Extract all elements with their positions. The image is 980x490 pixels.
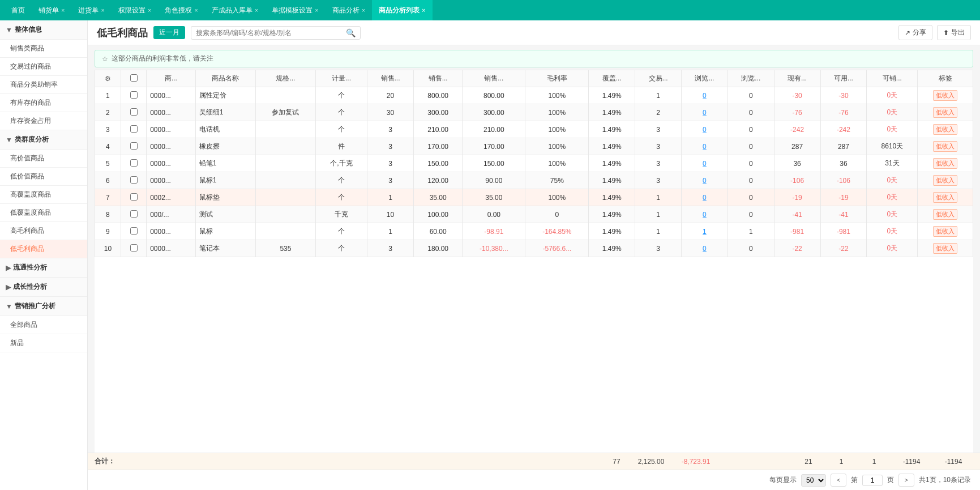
- row-views1[interactable]: 0: [682, 87, 728, 104]
- nav-role-close[interactable]: ×: [194, 7, 198, 14]
- sidebar-section-marketing[interactable]: ▼ 营销推广分析: [0, 297, 87, 316]
- filter-recent-month-button[interactable]: 近一月: [153, 26, 185, 39]
- sidebar-section-flow[interactable]: ▶ 流通性分析: [0, 258, 87, 278]
- sidebar-item-inventory-capital[interactable]: 库存资金占用: [0, 112, 87, 130]
- row-views1[interactable]: 0: [682, 138, 728, 155]
- nav-template[interactable]: 单据模板设置 ×: [265, 0, 325, 20]
- per-page-label: 每页显示: [769, 475, 797, 485]
- col-views1[interactable]: 浏览...: [682, 70, 728, 87]
- row-checkbox[interactable]: [121, 172, 146, 189]
- col-settings[interactable]: ⚙: [95, 70, 121, 87]
- nav-purchase-close[interactable]: ×: [101, 7, 104, 14]
- row-name[interactable]: 笔记本: [195, 240, 255, 257]
- search-input[interactable]: [196, 29, 346, 37]
- col-views2[interactable]: 浏览...: [727, 70, 774, 87]
- col-checkbox[interactable]: [121, 70, 146, 87]
- col-sales-price[interactable]: 销售...: [413, 70, 463, 87]
- col-code[interactable]: 商...: [147, 70, 196, 87]
- row-views1[interactable]: 0: [682, 206, 728, 223]
- sidebar-item-low-margin[interactable]: 低毛利商品: [0, 240, 87, 258]
- nav-goods-analysis-list-close[interactable]: ×: [422, 7, 425, 14]
- sidebar-item-traded-goods[interactable]: 交易过的商品: [0, 58, 87, 76]
- sidebar-item-low-coverage[interactable]: 低覆盖度商品: [0, 204, 87, 222]
- sidebar-item-low-value[interactable]: 低价值商品: [0, 168, 87, 186]
- sidebar-item-high-coverage[interactable]: 高覆盖度商品: [0, 186, 87, 204]
- row-checkbox[interactable]: [121, 155, 146, 172]
- row-views1[interactable]: 0: [682, 189, 728, 206]
- sidebar-item-new-goods[interactable]: 新品: [0, 334, 87, 352]
- nav-product-entry[interactable]: 产成品入库单 ×: [205, 0, 265, 20]
- nav-goods-analysis-list[interactable]: 商品分析列表 ×: [372, 0, 432, 20]
- sidebar-item-in-stock[interactable]: 有库存的商品: [0, 94, 87, 112]
- row-code: 0000...: [147, 138, 196, 155]
- nav-template-close[interactable]: ×: [315, 7, 318, 14]
- row-views1[interactable]: 0: [682, 104, 728, 121]
- nav-goods-analysis-close[interactable]: ×: [362, 7, 365, 14]
- next-page-button[interactable]: ＞: [898, 474, 914, 487]
- row-views1[interactable]: 0: [682, 240, 728, 257]
- col-tag[interactable]: 标签: [918, 70, 973, 87]
- row-name[interactable]: 鼠标: [195, 223, 255, 240]
- col-sales-amount[interactable]: 销售...: [463, 70, 525, 87]
- table-container: ⚙ 商... 商品名称 规格... 计量... 销售... 销售... 销售..…: [95, 70, 973, 453]
- per-page-select[interactable]: 50: [801, 474, 826, 487]
- table-row: 5 0000... 铅笔1 个,千克 3 150.00 150.00 100% …: [95, 155, 973, 172]
- select-all-checkbox[interactable]: [130, 74, 138, 82]
- row-checkbox[interactable]: [121, 223, 146, 240]
- search-icon[interactable]: 🔍: [346, 28, 356, 37]
- sidebar-section-growth[interactable]: ▶ 成长性分析: [0, 278, 87, 297]
- row-checkbox[interactable]: [121, 87, 146, 104]
- nav-purchase[interactable]: 进货单 ×: [71, 0, 111, 20]
- row-checkbox[interactable]: [121, 121, 146, 138]
- col-name[interactable]: 商品名称: [195, 70, 255, 87]
- export-button[interactable]: ⬆ 导出: [937, 25, 971, 40]
- row-checkbox[interactable]: [121, 240, 146, 257]
- row-checkbox[interactable]: [121, 189, 146, 206]
- row-name[interactable]: 电话机: [195, 121, 255, 138]
- col-unit[interactable]: 计量...: [315, 70, 367, 87]
- nav-permission-close[interactable]: ×: [148, 7, 151, 14]
- col-transactions[interactable]: 交易...: [635, 70, 682, 87]
- sidebar-item-high-margin[interactable]: 高毛利商品: [0, 222, 87, 240]
- col-gross-margin[interactable]: 毛利率: [525, 70, 589, 87]
- nav-permission[interactable]: 权限设置 ×: [112, 0, 158, 20]
- row-name[interactable]: 测试: [195, 206, 255, 223]
- nav-goods-analysis[interactable]: 商品分析 ×: [326, 0, 372, 20]
- sidebar-item-category-rate[interactable]: 商品分类助销率: [0, 76, 87, 94]
- nav-sales-close[interactable]: ×: [61, 7, 65, 14]
- col-available-stock[interactable]: 可用...: [820, 70, 867, 87]
- nav-sales[interactable]: 销货单 ×: [32, 0, 71, 20]
- sidebar-section-cluster[interactable]: ▼ 类群度分析: [0, 130, 87, 150]
- row-views1[interactable]: 0: [682, 155, 728, 172]
- col-spec[interactable]: 规格...: [255, 70, 315, 87]
- prev-page-button[interactable]: ＜: [831, 474, 846, 487]
- row-views1[interactable]: 0: [682, 172, 728, 189]
- row-name[interactable]: 铅笔1: [195, 155, 255, 172]
- row-checkbox[interactable]: [121, 206, 146, 223]
- sidebar-item-high-value[interactable]: 高价值商品: [0, 150, 87, 168]
- page-number-input[interactable]: [862, 475, 883, 486]
- search-box[interactable]: 🔍: [191, 26, 361, 40]
- col-sales-count[interactable]: 销售...: [367, 70, 414, 87]
- nav-role[interactable]: 角色授权 ×: [158, 0, 204, 20]
- row-name[interactable]: 橡皮擦: [195, 138, 255, 155]
- nav-home[interactable]: 首页: [5, 0, 32, 20]
- row-name[interactable]: 鼠标垫: [195, 189, 255, 206]
- row-views1[interactable]: 0: [682, 121, 728, 138]
- col-current-stock[interactable]: 现有...: [774, 70, 820, 87]
- sidebar-item-sales-goods[interactable]: 销售类商品: [0, 40, 87, 58]
- row-checkbox[interactable]: [121, 104, 146, 121]
- row-views1[interactable]: 1: [682, 223, 728, 240]
- sidebar-item-all-goods[interactable]: 全部商品: [0, 316, 87, 334]
- nav-product-entry-close[interactable]: ×: [255, 7, 258, 14]
- col-coverage[interactable]: 覆盖...: [589, 70, 635, 87]
- sidebar-section-general[interactable]: ▼ 整体信息: [0, 20, 87, 40]
- row-sales-count: 3: [367, 172, 414, 189]
- row-checkbox[interactable]: [121, 138, 146, 155]
- row-name[interactable]: 吴细细1: [195, 104, 255, 121]
- row-coverage: 1.49%: [589, 87, 635, 104]
- share-button[interactable]: ↗ 分享: [898, 25, 932, 40]
- col-saleable-days[interactable]: 可销...: [867, 70, 918, 87]
- row-name[interactable]: 属性定价: [195, 87, 255, 104]
- row-name[interactable]: 鼠标1: [195, 172, 255, 189]
